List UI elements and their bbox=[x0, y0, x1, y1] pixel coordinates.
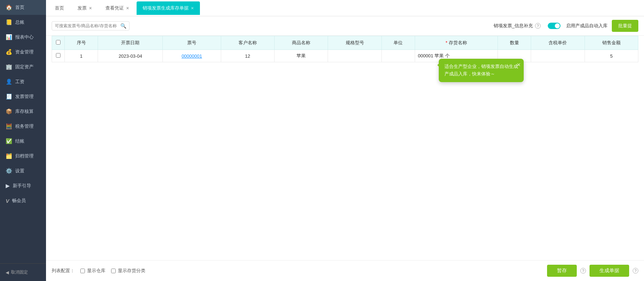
member-icon: V bbox=[6, 198, 9, 204]
show-category-group: 显示存货分类 bbox=[111, 268, 145, 274]
tab-voucher[interactable]: 查看凭证 ✕ bbox=[99, 1, 135, 15]
sidebar-bottom: ◀ 取消固定 bbox=[0, 263, 46, 281]
sidebar-item-inventory[interactable]: 📦 库存核算 bbox=[0, 104, 46, 119]
row-amount: 5 bbox=[585, 50, 638, 62]
toggle-label: 启用产成品自动入库 bbox=[566, 23, 608, 29]
sidebar-item-settings[interactable]: ⚙️ 设置 bbox=[0, 164, 46, 178]
show-category-checkbox[interactable] bbox=[111, 269, 116, 273]
row-unit bbox=[381, 50, 415, 62]
footer-actions: 暂存 ? 生成单据 ? bbox=[547, 265, 638, 277]
sidebar-item-ledger[interactable]: 📒 总账 bbox=[0, 15, 46, 30]
guide-icon: ▶ bbox=[6, 183, 10, 189]
tooltip-bubble: ✕ 适合生产型企业，销项发票自动生成产成品入库，快来体验～ bbox=[439, 59, 524, 82]
sidebar-item-closing[interactable]: ✅ 结账 bbox=[0, 134, 46, 149]
generate-button[interactable]: 生成单据 bbox=[590, 265, 629, 277]
sidebar-item-reports[interactable]: 📊 报表中心 bbox=[0, 30, 46, 45]
col-date: 开票日期 bbox=[98, 36, 163, 50]
toolbar: 🔍 销项发票_信息补充 ? 启用产成品自动入库 批量提 bbox=[46, 16, 644, 36]
home-icon: 🏠 bbox=[6, 4, 12, 11]
sidebar-item-home[interactable]: 🏠 首页 bbox=[0, 0, 46, 15]
unpin-button[interactable]: ◀ 取消固定 bbox=[0, 266, 46, 278]
select-all-checkbox[interactable] bbox=[56, 40, 61, 45]
sidebar-item-tax[interactable]: 🧮 税务管理 bbox=[0, 119, 46, 134]
tab-home[interactable]: 首页 bbox=[49, 1, 70, 15]
auto-warehouse-toggle[interactable] bbox=[548, 23, 560, 29]
sidebar-item-assets[interactable]: 🏢 固定资产 bbox=[0, 59, 46, 74]
sidebar: 🏠 首页 📒 总账 📊 报表中心 💰 资金管理 🏢 固定资产 👤 工资 🧾 发票… bbox=[0, 0, 46, 281]
funds-icon: 💰 bbox=[6, 49, 12, 55]
batch-button[interactable]: 批量提 bbox=[612, 20, 638, 32]
tax-icon: 🧮 bbox=[6, 123, 12, 130]
pin-icon: ◀ bbox=[6, 270, 9, 275]
col-customer: 客户名称 bbox=[221, 36, 274, 50]
table-wrapper: 序号 开票日期 票号 客户名称 商品名称 规格型号 单位 存货名称 数量 含税单… bbox=[46, 36, 644, 260]
hr-icon: 👤 bbox=[6, 79, 12, 85]
row-checkbox[interactable] bbox=[56, 53, 61, 58]
row-checkbox-cell bbox=[52, 50, 65, 62]
search-icon: 🔍 bbox=[120, 23, 126, 29]
save-help-icon[interactable]: ? bbox=[580, 268, 586, 274]
tab-return-invoice[interactable]: 销项发票生成库存单据 ✕ bbox=[137, 1, 200, 15]
info-label-group: 销项发票_信息补充 ? bbox=[494, 23, 541, 29]
col-seq: 序号 bbox=[65, 36, 98, 50]
main-table: 序号 开票日期 票号 客户名称 商品名称 规格型号 单位 存货名称 数量 含税单… bbox=[52, 36, 638, 62]
info-help-icon[interactable]: ? bbox=[535, 23, 541, 29]
show-category-label: 显示存货分类 bbox=[118, 268, 145, 274]
assets-icon: 🏢 bbox=[6, 64, 12, 70]
closing-icon: ✅ bbox=[6, 138, 12, 144]
info-label: 销项发票_信息补充 bbox=[494, 23, 533, 29]
row-product: 苹果 bbox=[275, 50, 328, 62]
tab-invoice[interactable]: 发票 ✕ bbox=[71, 1, 98, 15]
table-row: 1 2023-03-04 00000001 12 苹果 000001 苹果 个 … bbox=[52, 50, 638, 62]
col-product: 商品名称 bbox=[275, 36, 328, 50]
row-price bbox=[531, 50, 585, 62]
tab-return-invoice-close[interactable]: ✕ bbox=[191, 6, 194, 11]
col-inventory: 存货名称 bbox=[415, 36, 498, 50]
show-warehouse-checkbox[interactable] bbox=[80, 269, 85, 273]
select-all-header bbox=[52, 36, 65, 50]
row-seq: 1 bbox=[65, 50, 98, 62]
search-box[interactable]: 🔍 bbox=[52, 21, 130, 30]
col-number: 票号 bbox=[163, 36, 221, 50]
reports-icon: 📊 bbox=[6, 34, 12, 40]
show-warehouse-label: 显示仓库 bbox=[87, 268, 105, 274]
tab-bar: 首页 发票 ✕ 查看凭证 ✕ 销项发票生成库存单据 ✕ bbox=[46, 0, 644, 16]
content-area: 🔍 销项发票_信息补充 ? 启用产成品自动入库 批量提 序号 开 bbox=[46, 16, 644, 281]
footer: 列表配置： 显示仓库 显示存货分类 暂存 ? 生成单据 ? bbox=[46, 260, 644, 281]
settings-icon: ⚙️ bbox=[6, 168, 12, 174]
tab-invoice-close[interactable]: ✕ bbox=[89, 6, 92, 11]
col-price: 含税单价 bbox=[531, 36, 585, 50]
row-spec bbox=[328, 50, 381, 62]
search-input[interactable] bbox=[55, 23, 118, 28]
inventory-icon: 📦 bbox=[6, 108, 12, 115]
col-unit: 单位 bbox=[381, 36, 415, 50]
row-customer: 12 bbox=[221, 50, 274, 62]
main-area: 首页 发票 ✕ 查看凭证 ✕ 销项发票生成库存单据 ✕ 🔍 销项发票_信息补充 … bbox=[46, 0, 644, 281]
row-number[interactable]: 00000001 bbox=[163, 50, 221, 62]
sidebar-item-funds[interactable]: 💰 资金管理 bbox=[0, 45, 46, 59]
generate-help-icon[interactable]: ? bbox=[633, 268, 638, 274]
sidebar-item-archive[interactable]: 🗂️ 归档管理 bbox=[0, 149, 46, 164]
col-spec: 规格型号 bbox=[328, 36, 381, 50]
sidebar-item-member[interactable]: V 畅会员 bbox=[0, 193, 46, 208]
sidebar-item-hr[interactable]: 👤 工资 bbox=[0, 74, 46, 89]
invoice-icon: 🧾 bbox=[6, 93, 12, 100]
tab-voucher-close[interactable]: ✕ bbox=[126, 6, 129, 11]
sidebar-item-invoice[interactable]: 🧾 发票管理 bbox=[0, 89, 46, 104]
save-button[interactable]: 暂存 bbox=[547, 265, 577, 277]
tooltip-text: 适合生产型企业，销项发票自动生成产成品入库，快来体验～ bbox=[444, 64, 518, 76]
ledger-icon: 📒 bbox=[6, 19, 12, 25]
show-warehouse-group: 显示仓库 bbox=[80, 268, 105, 274]
tooltip-close-button[interactable]: ✕ bbox=[517, 61, 521, 69]
sidebar-item-guide[interactable]: ▶ 新手引导 bbox=[0, 178, 46, 193]
col-amount: 销售金额 bbox=[585, 36, 638, 50]
footer-config-label: 列表配置： bbox=[52, 268, 75, 274]
archive-icon: 🗂️ bbox=[6, 153, 12, 159]
row-date: 2023-03-04 bbox=[98, 50, 163, 62]
col-qty: 数量 bbox=[498, 36, 531, 50]
